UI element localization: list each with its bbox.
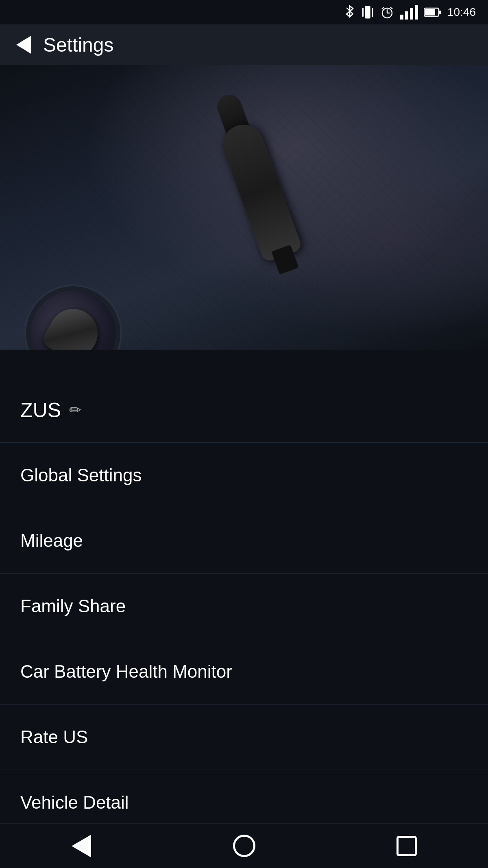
edit-profile-icon[interactable]: ✏ [69,402,81,419]
android-home-button[interactable] [228,830,260,862]
menu-item-family-share[interactable]: Family Share [0,574,488,639]
menu-item-label-vehicle-detail: Vehicle Detail [20,792,129,813]
menu-item-label-mileage: Mileage [20,531,83,551]
avatar [30,291,116,350]
menu-item-label-family-share: Family Share [20,596,126,616]
menu-item-car-battery-health-monitor[interactable]: Car Battery Health Monitor [0,639,488,705]
svg-rect-10 [410,8,413,20]
svg-rect-0 [365,6,370,18]
svg-rect-14 [425,9,435,15]
vibrate-icon [361,4,374,20]
svg-rect-1 [362,8,364,17]
status-icons: 10:46 [344,4,476,20]
svg-rect-8 [400,15,403,20]
svg-rect-11 [415,5,418,20]
android-back-icon [72,835,91,857]
menu-item-label-rate-us: Rate US [20,727,88,747]
profile-name-row: ZUS ✏ [0,382,488,443]
svg-rect-9 [405,11,408,20]
bluetooth-icon [344,4,355,20]
hero-section [0,65,488,350]
back-arrow-icon [16,36,31,54]
status-time: 10:46 [447,6,476,19]
page-title: Settings [43,34,113,56]
android-recents-button[interactable] [390,830,423,862]
android-home-icon [233,835,255,857]
menu-item-rate-us[interactable]: Rate US [0,705,488,770]
android-recents-icon [396,836,417,856]
menu-item-mileage[interactable]: Mileage [0,508,488,574]
svg-rect-2 [372,8,373,17]
profile-name: ZUS [20,398,61,422]
svg-line-6 [382,7,384,9]
menu-item-label-car-battery: Car Battery Health Monitor [20,661,232,682]
avatar-device-image [40,300,107,350]
svg-line-7 [390,7,392,9]
back-button[interactable] [16,36,31,54]
svg-rect-13 [439,11,441,14]
alarm-icon [380,4,394,20]
menu-item-label-global-settings: Global Settings [20,465,142,485]
content-area: ZUS ✏ Global Settings Mileage Family Sha… [0,350,488,835]
signal-icon [400,4,418,20]
nav-bar: Settings [0,24,488,65]
status-bar: 10:46 [0,0,488,24]
battery-icon [424,5,442,20]
android-nav-bar [0,823,488,868]
menu-item-global-settings[interactable]: Global Settings [0,443,488,508]
android-back-button[interactable] [65,830,98,862]
